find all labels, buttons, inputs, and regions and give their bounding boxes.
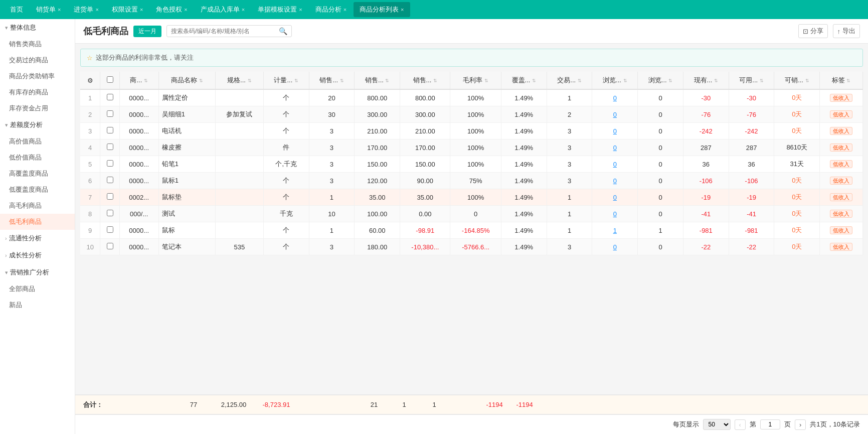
col-checkbox: [100, 72, 119, 89]
view1-link[interactable]: 1: [613, 227, 617, 234]
nav-close-sales[interactable]: ×: [58, 7, 61, 13]
next-page-button[interactable]: ›: [795, 419, 806, 430]
table-area: ⚙ 商... ⇅ 商品名称 ⇅ 规格... ⇅ 计量... ⇅ 销售... ⇅ …: [75, 67, 868, 394]
view1-link[interactable]: 0: [613, 127, 617, 135]
nav-item-role[interactable]: 角色授权 ×: [150, 2, 193, 17]
sort-name[interactable]: ⇅: [199, 78, 203, 83]
sidebar-item-all-goods[interactable]: 全部商品: [0, 281, 75, 297]
sort-spec[interactable]: ⇅: [248, 78, 252, 83]
row-checkbox[interactable]: [107, 177, 113, 183]
nav-close-template[interactable]: ×: [299, 7, 302, 13]
cell-no: 1: [80, 89, 100, 106]
nav-close-analysis[interactable]: ×: [343, 7, 346, 13]
sort-available[interactable]: ⇅: [760, 78, 764, 83]
row-checkbox[interactable]: [107, 243, 113, 249]
search-input[interactable]: [171, 28, 276, 35]
view1-link[interactable]: 0: [613, 144, 617, 152]
view1-link[interactable]: 0: [613, 111, 617, 118]
table-row: 10 0000... 笔记本 535 个 3 180.00 -10,380...…: [80, 239, 863, 255]
row-checkbox[interactable]: [107, 210, 113, 216]
nav-close-permission[interactable]: ×: [140, 7, 143, 13]
nav-item-analysis-list[interactable]: 商品分析列表 ×: [354, 2, 410, 17]
row-checkbox[interactable]: [107, 160, 113, 167]
sort-sales-amount[interactable]: ⇅: [385, 78, 389, 83]
sort-view1[interactable]: ⇅: [623, 78, 627, 83]
nav-close-purchase[interactable]: ×: [95, 7, 98, 13]
row-checkbox[interactable]: [107, 110, 113, 117]
view1-link[interactable]: 0: [613, 210, 617, 218]
cell-sales-count: 1: [309, 222, 355, 239]
sort-tag[interactable]: ⇅: [846, 78, 850, 83]
cell-gross-margin: 100%: [450, 89, 501, 106]
sort-gross-margin[interactable]: ⇅: [484, 78, 488, 83]
sidebar-group-marketing[interactable]: ▾ 营销推广分析: [0, 264, 75, 281]
sidebar-group-overall[interactable]: ▾ 整体信息: [0, 19, 75, 36]
sort-unit[interactable]: ⇅: [294, 78, 298, 83]
nav-item-template[interactable]: 单据模板设置 ×: [252, 2, 308, 17]
cell-trade-count: 3: [547, 239, 592, 255]
sort-sales-count[interactable]: ⇅: [340, 78, 344, 83]
view1-link[interactable]: 0: [613, 177, 617, 185]
view1-link[interactable]: 0: [613, 243, 617, 251]
nav-item-product[interactable]: 产成品入库单 ×: [195, 2, 251, 17]
sort-sales-profit[interactable]: ⇅: [433, 78, 437, 83]
sort-view2[interactable]: ⇅: [668, 78, 672, 83]
time-tag-button[interactable]: 近一月: [133, 26, 161, 37]
sidebar-item-sales-goods[interactable]: 销售类商品: [0, 36, 75, 52]
nav-item-analysis[interactable]: 商品分析 ×: [309, 2, 353, 17]
nav-label-product: 产成品入库单: [201, 5, 240, 14]
sidebar-item-high-coverage[interactable]: 高覆盖度商品: [0, 166, 75, 182]
sort-current-stock[interactable]: ⇅: [714, 78, 718, 83]
row-checkbox[interactable]: [107, 143, 113, 150]
view1-link[interactable]: 0: [613, 194, 617, 201]
cell-coverage: 1.49%: [501, 173, 547, 189]
row-checkbox[interactable]: [107, 193, 113, 200]
sidebar-item-stock-capital[interactable]: 库存资金占用: [0, 100, 75, 116]
sidebar-item-category-rate[interactable]: 商品分类助销率: [0, 68, 75, 84]
sidebar-item-low-coverage[interactable]: 低覆盖度商品: [0, 182, 75, 198]
view1-link[interactable]: 0: [613, 161, 617, 168]
cell-sales-amount: 35.00: [355, 189, 400, 206]
cell-name: 吴细细1: [158, 106, 215, 123]
sort-code[interactable]: ⇅: [144, 78, 148, 83]
sidebar-item-high-margin[interactable]: 高毛利商品: [0, 198, 75, 214]
search-icon[interactable]: 🔍: [279, 27, 287, 35]
col-settings[interactable]: ⚙: [80, 72, 100, 89]
select-all-checkbox[interactable]: [107, 76, 113, 83]
row-checkbox[interactable]: [107, 127, 113, 133]
page-input[interactable]: [760, 419, 780, 429]
sidebar-group-diff[interactable]: ▾ 差额度分析: [0, 116, 75, 133]
cell-current-stock: -981: [683, 222, 729, 239]
row-checkbox[interactable]: [107, 226, 113, 233]
nav-item-permission[interactable]: 权限设置 ×: [106, 2, 149, 17]
nav-item-sales[interactable]: 销货单 ×: [30, 2, 67, 17]
nav-close-product[interactable]: ×: [242, 7, 245, 13]
footer-trade-count-val: 21: [359, 401, 389, 408]
sidebar-item-low-margin[interactable]: 低毛利商品: [0, 214, 75, 230]
share-button[interactable]: ⊡ 分享: [798, 24, 828, 38]
cell-spec: [215, 139, 263, 156]
sort-trade-count[interactable]: ⇅: [578, 78, 582, 83]
page-size-select[interactable]: 50 100 200: [703, 419, 731, 430]
nav-close-role[interactable]: ×: [184, 7, 187, 13]
sidebar-item-new-goods[interactable]: 新品: [0, 297, 75, 313]
sidebar-item-stock-goods[interactable]: 有库存的商品: [0, 84, 75, 100]
cell-sales-count: 3: [309, 123, 355, 139]
cell-code: 0002...: [119, 189, 158, 206]
view1-link[interactable]: 0: [613, 94, 617, 102]
row-checkbox[interactable]: [107, 94, 113, 100]
sidebar-item-traded-goods[interactable]: 交易过的商品: [0, 52, 75, 68]
sidebar-item-high-value[interactable]: 高价值商品: [0, 133, 75, 150]
cell-code: 0000...: [119, 222, 158, 239]
nav-item-home[interactable]: 首页: [4, 2, 29, 17]
sort-sellable[interactable]: ⇅: [805, 78, 809, 83]
nav-close-analysis-list[interactable]: ×: [401, 7, 404, 13]
sidebar-item-low-value[interactable]: 低价值商品: [0, 150, 75, 166]
cell-sales-count: 10: [309, 206, 355, 222]
sort-coverage[interactable]: ⇅: [532, 78, 536, 83]
sidebar-group-circulation[interactable]: › 流通性分析: [0, 230, 75, 247]
nav-item-purchase[interactable]: 进货单 ×: [68, 2, 104, 17]
prev-page-button[interactable]: ‹: [735, 419, 746, 430]
export-button[interactable]: ↑ 导出: [833, 24, 860, 38]
sidebar-group-growth[interactable]: › 成长性分析: [0, 247, 75, 264]
